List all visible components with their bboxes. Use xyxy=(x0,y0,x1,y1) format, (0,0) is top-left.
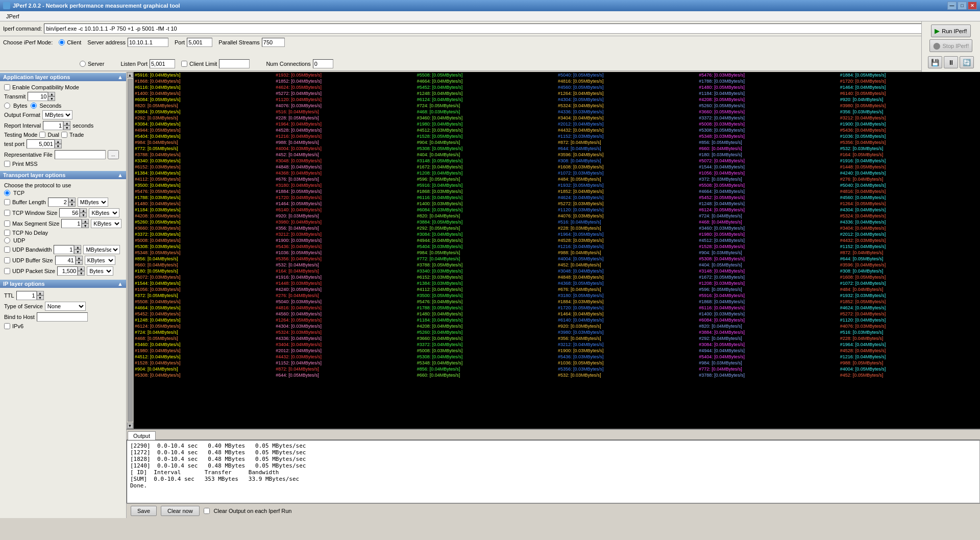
tcp-no-delay-checkbox[interactable] xyxy=(4,230,10,236)
menu-jperf[interactable]: JPerf xyxy=(2,12,23,20)
seconds-radio[interactable] xyxy=(31,103,37,109)
dual-checkbox[interactable] xyxy=(39,132,45,138)
report-up[interactable]: ▲ xyxy=(63,121,70,126)
udp-buffer-unit-select[interactable]: KBytes MBytes xyxy=(85,256,115,265)
ttl-input[interactable] xyxy=(16,291,37,300)
output-tab-button[interactable]: Output xyxy=(128,431,156,440)
iperf-command-input[interactable] xyxy=(44,23,977,34)
udp-bw-down[interactable]: ▼ xyxy=(74,250,81,254)
pause-icon-button[interactable]: ⏸ xyxy=(944,56,958,68)
refresh-icon-button[interactable]: 🔄 xyxy=(960,56,974,68)
maximize-button[interactable]: □ xyxy=(958,2,967,10)
test-port-down[interactable]: ▼ xyxy=(55,144,62,149)
transmit-down[interactable]: ▼ xyxy=(48,96,55,101)
udp-bandwidth-checkbox[interactable] xyxy=(4,247,10,253)
udp-pkt-down[interactable]: ▼ xyxy=(78,271,85,276)
rep-file-browse-button[interactable]: ... xyxy=(108,150,119,159)
transmit-input[interactable] xyxy=(28,92,48,101)
udp-packet-checkbox[interactable] xyxy=(4,268,10,274)
udp-bandwidth-input[interactable] xyxy=(54,245,74,254)
tos-select[interactable]: None Low Cost Reliability Throughput Low… xyxy=(45,302,86,311)
client-radio[interactable] xyxy=(59,39,65,45)
udp-packet-input[interactable] xyxy=(57,266,78,276)
ip-layer-header[interactable]: IP layer options ▲ xyxy=(0,280,126,288)
list-item: #5916: [0.04MBytes/s] xyxy=(698,292,839,299)
test-port-input[interactable] xyxy=(27,139,55,149)
clear-each-checkbox[interactable] xyxy=(204,508,210,514)
server-radio[interactable] xyxy=(80,61,86,67)
buffer-length-input[interactable] xyxy=(48,198,68,207)
client-limit-input[interactable] xyxy=(219,59,250,68)
udp-buffer-checkbox[interactable] xyxy=(4,257,10,263)
scroll-down-button[interactable]: ▼ xyxy=(127,423,133,429)
parallel-group: Parallel Streams xyxy=(218,38,285,47)
udp-buf-down[interactable]: ▼ xyxy=(76,260,83,265)
buffer-up[interactable]: ▲ xyxy=(68,198,76,202)
max-seg-input[interactable] xyxy=(61,219,82,228)
scroll-up-button[interactable]: ▲ xyxy=(127,72,133,78)
tcp-window-down[interactable]: ▼ xyxy=(80,213,87,217)
ttl-down[interactable]: ▼ xyxy=(37,296,44,300)
close-button[interactable]: ✕ xyxy=(968,2,977,10)
app-layer-header[interactable]: Application layer options ▲ xyxy=(0,73,126,81)
stop-iperf-button[interactable]: ⬤ Stop IPerf! xyxy=(929,39,973,52)
max-seg-checkbox[interactable] xyxy=(4,220,10,227)
server-address-input[interactable] xyxy=(128,38,168,47)
toolbar: Iperf command: xyxy=(0,21,980,36)
list-item: #644: [0.05MBytes/s] xyxy=(839,256,980,262)
udp-buffer-input[interactable] xyxy=(55,256,76,265)
list-item: #4528: [0.04MBytes/s] xyxy=(275,127,415,133)
output-format-select[interactable]: MBytes KBytes Bits xyxy=(42,110,72,119)
trade-checkbox[interactable] xyxy=(61,132,67,138)
mode-group: Choose iPerf Mode: xyxy=(3,39,53,45)
test-port-up[interactable]: ▲ xyxy=(55,139,62,144)
enable-compat-checkbox[interactable] xyxy=(4,84,10,90)
clear-now-button[interactable]: Clear now xyxy=(161,506,200,516)
bytes-radio[interactable] xyxy=(4,103,10,109)
udp-bw-unit-select[interactable]: MBytes/sec KBytes/sec xyxy=(83,245,120,254)
udp-radio[interactable] xyxy=(4,237,10,243)
udp-pkt-up[interactable]: ▲ xyxy=(78,266,85,271)
udp-buf-up[interactable]: ▲ xyxy=(76,256,83,260)
list-item: #4944: [0.05MBytes/s] xyxy=(134,127,275,133)
rep-file-input[interactable] xyxy=(55,150,106,159)
max-seg-down[interactable]: ▼ xyxy=(82,224,89,228)
udp-packet-unit-select[interactable]: Bytes xyxy=(87,266,113,276)
list-item: #4560: [0.04MBytes/s] xyxy=(275,311,415,317)
max-seg-up[interactable]: ▲ xyxy=(82,219,89,224)
buffer-length-checkbox[interactable] xyxy=(4,199,10,205)
listen-port-input[interactable] xyxy=(150,59,175,68)
run-iperf-button[interactable]: ▶ Run IPerf! xyxy=(931,24,971,37)
viz-scrollbar[interactable]: ▲ ▼ xyxy=(127,72,134,429)
max-seg-unit-select[interactable]: KBytes xyxy=(91,219,121,228)
list-item: #372: [0.05MBytes/s] xyxy=(134,292,275,299)
tcp-window-input[interactable] xyxy=(59,208,80,217)
iperf-command-label: Iperf command: xyxy=(3,26,42,32)
ipv6-checkbox[interactable] xyxy=(4,323,10,329)
scroll-thumb[interactable] xyxy=(128,79,133,422)
transmit-up[interactable]: ▲ xyxy=(48,92,55,96)
udp-bw-up[interactable]: ▲ xyxy=(74,245,81,250)
tcp-radio[interactable] xyxy=(4,190,10,196)
buffer-unit-select[interactable]: MBytes KBytes xyxy=(78,198,108,207)
report-down[interactable]: ▼ xyxy=(63,126,70,130)
save-button[interactable]: Save xyxy=(131,506,157,516)
buffer-down[interactable]: ▼ xyxy=(68,202,76,207)
ttl-up[interactable]: ▲ xyxy=(37,291,44,296)
list-item: #1264: [0.05MBytes/s] xyxy=(839,201,980,207)
minimize-button[interactable]: — xyxy=(947,2,957,10)
parallel-input[interactable] xyxy=(262,38,285,47)
bind-host-input[interactable] xyxy=(37,312,88,322)
report-interval-input[interactable] xyxy=(43,121,63,130)
tcp-window-checkbox[interactable] xyxy=(4,210,10,216)
tcp-no-delay-row: TCP No Delay xyxy=(4,230,122,236)
num-connections-input[interactable] xyxy=(313,59,333,68)
tcp-window-up[interactable]: ▲ xyxy=(80,208,87,213)
port-input[interactable] xyxy=(187,38,212,47)
client-limit-checkbox[interactable] xyxy=(181,61,187,67)
transport-layer-header[interactable]: Transport layer options ▲ xyxy=(0,171,126,179)
tcp-window-unit-select[interactable]: KBytes MBytes xyxy=(89,208,119,217)
print-mss-checkbox[interactable] xyxy=(4,161,10,167)
list-item: #292: [0.05MBytes/s] xyxy=(416,225,557,231)
save-icon-button[interactable]: 💾 xyxy=(928,56,942,68)
